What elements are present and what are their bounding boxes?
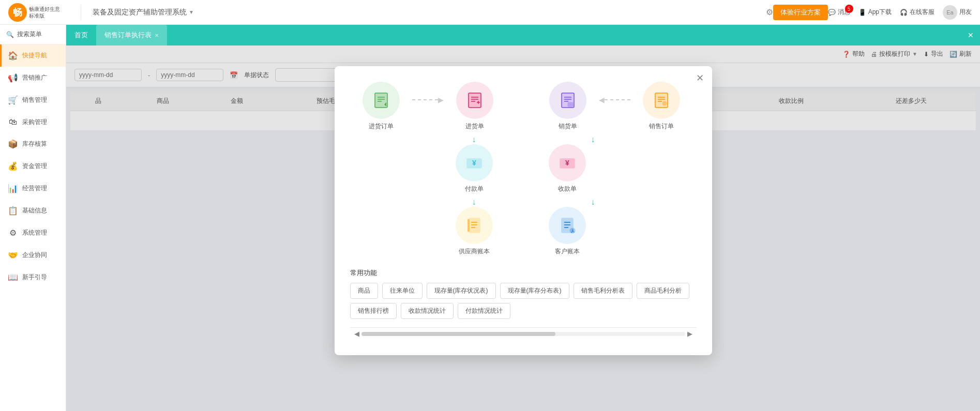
flow-arrows-row: ↓ ↓: [350, 135, 697, 144]
function-buttons-row2: 销售排行榜 收款情况统计 付款情况统计: [350, 303, 697, 319]
user-item[interactable]: Ea 用友: [943, 5, 972, 20]
trial-button[interactable]: 体验行业方案: [773, 5, 828, 20]
tab-home[interactable]: 首页: [66, 25, 96, 45]
tab-sales-order-label: 销售订单执行表: [104, 31, 152, 40]
sidebar-label-operation: 经营管理: [22, 184, 47, 193]
header-settings-icon[interactable]: ⚙: [766, 7, 773, 17]
system-dropdown-icon[interactable]: ▼: [189, 9, 194, 15]
payment-label: 付款单: [465, 185, 484, 193]
operation-icon: 📊: [8, 184, 18, 193]
func-btn-goods-profit[interactable]: 商品毛利分析: [637, 283, 689, 299]
sidebar-item-purchase[interactable]: 🛍 采购管理: [0, 111, 66, 133]
header-icons: 💬 消息 5 📱 App下载 🎧 在线客服 Ea 用友: [828, 5, 972, 20]
flow-node-supplier-account[interactable]: 供应商账本: [443, 207, 505, 256]
func-btn-partners[interactable]: 往来单位: [382, 283, 423, 299]
svg-rect-33: [468, 219, 470, 232]
sidebar-item-system[interactable]: ⚙ 系统管理: [0, 222, 66, 244]
flow-row-1: 进货订单 ▶: [350, 82, 697, 131]
tab-sales-order[interactable]: 销售订单执行表 ✕: [96, 25, 167, 45]
sidebar-label-system: 系统管理: [22, 229, 47, 237]
sidebar-item-operation[interactable]: 📊 经营管理: [0, 177, 66, 200]
search-menu[interactable]: 🔍 搜索菜单: [0, 25, 66, 44]
common-title: 常用功能: [350, 268, 697, 278]
flow-node-payment[interactable]: ¥ 付款单: [443, 144, 505, 193]
modal-close-button[interactable]: ✕: [696, 72, 704, 84]
sidebar-item-quick-nav[interactable]: 🏠 快捷导航: [0, 44, 66, 67]
func-btn-sales-profit[interactable]: 销售毛利分析表: [574, 283, 632, 299]
flow-node-customer-account[interactable]: 人 客户账本: [536, 207, 598, 256]
func-btn-inventory-dist[interactable]: 现存量(库存分布表): [500, 283, 569, 299]
sidebar-item-newbie[interactable]: 📖 新手引导: [0, 266, 66, 288]
content-area: 首页 销售订单执行表 ✕ ✕ ❓: [66, 25, 980, 411]
modal: ✕: [335, 66, 712, 355]
flow-node-purchase-bill[interactable]: 进货单: [444, 82, 506, 131]
scrollbar-track[interactable]: [361, 332, 685, 336]
svg-rect-6: [469, 93, 481, 108]
sidebar-item-finance[interactable]: 💰 资金管理: [0, 155, 66, 177]
flow-node-sales-bill[interactable]: 销货单: [537, 82, 599, 131]
purchase-icon: 🛍: [8, 117, 18, 127]
purchase-bill-circle: [456, 82, 493, 119]
sidebar-label-sales: 销售管理: [22, 96, 47, 104]
receipt-label: 收款单: [558, 185, 577, 193]
flow-node-purchase-order[interactable]: 进货订单: [350, 82, 412, 131]
sidebar-item-basic[interactable]: 📋 基础信息: [0, 200, 66, 222]
sales-order-circle: [643, 82, 680, 119]
app-download-label: App下载: [868, 8, 892, 17]
download-icon: 📱: [858, 9, 866, 16]
payment-circle: ¥: [456, 144, 493, 181]
message-icon: 💬: [828, 9, 836, 16]
function-buttons: 商品 往来单位 现存量(库存状况表) 现存量(库存分布表) 销售毛利分析表 商品…: [350, 283, 697, 299]
scroll-left-icon[interactable]: ◀: [354, 330, 359, 338]
online-service-label: 在线客服: [910, 8, 934, 17]
online-service-item[interactable]: 🎧 在线客服: [900, 8, 934, 17]
flow-node-sales-order[interactable]: 销售订单: [630, 82, 692, 131]
top-header: 畅 畅康通好生意 标准版 装备及固定资产辅助管理系统 ▼ ⚙ 体验行业方案 💬 …: [0, 0, 980, 25]
sales-bill-label: 销货单: [559, 122, 577, 131]
sidebar-label-basic: 基础信息: [22, 206, 47, 215]
sidebar-label-finance: 资金管理: [22, 162, 47, 171]
quick-nav-icon: 🏠: [8, 51, 18, 60]
sales-order-label: 销售订单: [649, 122, 674, 131]
search-menu-label: 搜索菜单: [17, 30, 42, 39]
sidebar-item-inventory[interactable]: 📦 库存核算: [0, 133, 66, 155]
system-icon: ⚙: [8, 228, 18, 238]
logo-icon: 畅: [8, 3, 27, 22]
search-icon: 🔍: [6, 31, 14, 38]
scrollbar-area: ◀ ▶: [350, 327, 697, 340]
tab-bar-close-icon[interactable]: ✕: [968, 31, 974, 39]
customer-account-circle: 人: [549, 207, 586, 244]
flow-diagram: 进货订单 ▶: [350, 82, 697, 260]
sidebar-item-marketing[interactable]: 📢 营销推广: [0, 67, 66, 89]
sidebar: 🔍 搜索菜单 🏠 快捷导航 📢 营销推广 🛒 销售管理 🛍 采购管理 📦: [0, 25, 66, 411]
page-content: ❓ 帮助 🖨 按模板打印 ▼ ⬇ 导出: [66, 45, 980, 411]
svg-rect-29: [469, 218, 480, 233]
basic-icon: 📋: [8, 206, 18, 216]
sidebar-item-cooperation[interactable]: 🤝 企业协同: [0, 244, 66, 266]
marketing-icon: 📢: [8, 73, 18, 83]
func-btn-payment-stats[interactable]: 付款情况统计: [458, 303, 510, 319]
message-icon-item[interactable]: 💬 消息 5: [828, 8, 850, 17]
sales-icon: 🛒: [8, 95, 18, 105]
scrollbar-thumb: [361, 332, 556, 336]
cooperation-icon: 🤝: [8, 250, 18, 260]
app-download-item[interactable]: 📱 App下载: [858, 8, 892, 17]
func-btn-sales-rank[interactable]: 销售排行榜: [350, 303, 397, 319]
func-btn-receipt-stats[interactable]: 收款情况统计: [401, 303, 454, 319]
func-btn-goods[interactable]: 商品: [350, 283, 378, 299]
sidebar-label-cooperation: 企业协同: [22, 251, 47, 260]
func-btn-inventory-status[interactable]: 现存量(库存状况表): [427, 283, 496, 299]
tab-close-icon[interactable]: ✕: [155, 33, 159, 38]
svg-point-24: [662, 101, 667, 105]
sidebar-item-sales[interactable]: 🛒 销售管理: [0, 89, 66, 111]
common-functions: 常用功能 商品 往来单位 现存量(库存状况表) 现存量(库存分布表) 销售毛利分…: [350, 268, 697, 319]
main-area: 🔍 搜索菜单 🏠 快捷导航 📢 营销推广 🛒 销售管理 🛍 采购管理 📦: [0, 25, 980, 411]
purchase-order-label: 进货订单: [369, 122, 394, 131]
flow-node-receipt[interactable]: ¥ 收款单: [536, 144, 598, 193]
message-badge: 5: [845, 5, 853, 13]
system-name: 装备及固定资产辅助管理系统 ▼: [93, 8, 762, 17]
svg-text:¥: ¥: [565, 159, 569, 167]
scroll-right-icon[interactable]: ▶: [687, 330, 692, 338]
svg-text:人: 人: [570, 229, 575, 233]
customer-account-label: 客户账本: [555, 247, 580, 256]
